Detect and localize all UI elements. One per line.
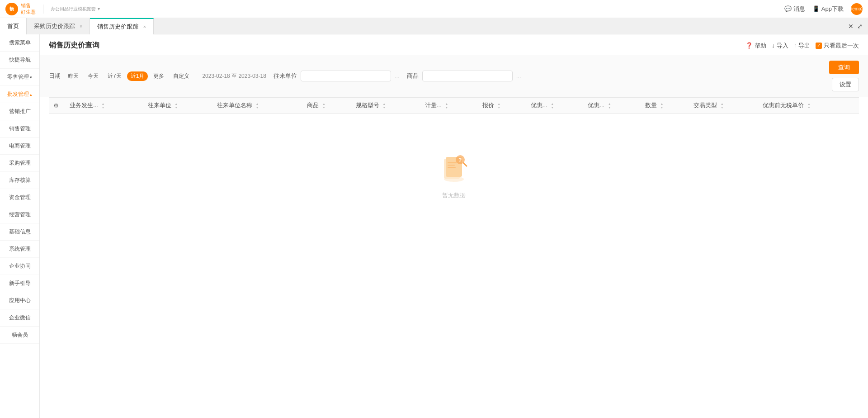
sidebar-item-retail[interactable]: 零售管理 ▾	[0, 69, 39, 86]
user-area[interactable]: demo2	[851, 3, 863, 15]
sidebar-item-member[interactable]: 畅会员	[0, 327, 39, 344]
date-btn-more[interactable]: 更多	[150, 71, 168, 81]
tab-close-all-icon[interactable]: ✕	[848, 23, 854, 30]
sidebar-item-sales-mgmt[interactable]: 销售管理	[0, 120, 39, 138]
col-partner-code[interactable]: 往来单位 ▲▼	[143, 98, 212, 114]
gear-icon[interactable]: ⚙	[53, 102, 59, 109]
only-last-label: 只看最后一次	[824, 42, 859, 50]
tab-purchase-close[interactable]: ×	[80, 24, 82, 29]
top-bar-left: 畅 销售 好生意 办公用品行业模拟账套 ▾	[5, 3, 100, 15]
date-btn-7days[interactable]: 近7天	[104, 71, 125, 81]
svg-rect-5	[448, 167, 456, 168]
help-btn[interactable]: ❓ 帮助	[745, 42, 766, 50]
app-download-label: App下载	[821, 5, 844, 13]
import-btn[interactable]: ↓ 导入	[772, 42, 788, 50]
col-qty[interactable]: 数量 ▲▼	[641, 98, 689, 114]
workspace-label: 办公用品行业模拟账套	[51, 6, 96, 12]
date-btn-1month[interactable]: 近1月	[127, 71, 148, 81]
sidebar-item-ecommerce[interactable]: 电商管理	[0, 138, 39, 155]
page-title: 销售历史价查询	[49, 41, 99, 50]
sidebar-item-operations[interactable]: 经营管理	[0, 206, 39, 223]
sidebar-item-inventory[interactable]: 库存核算	[0, 172, 39, 189]
col-gear[interactable]: ⚙	[49, 98, 65, 114]
svg-rect-4	[448, 165, 455, 166]
svg-line-8	[463, 163, 467, 166]
import-label: 导入	[777, 42, 788, 50]
sort-discount2: ▲▼	[608, 102, 611, 109]
tab-home[interactable]: 首页	[0, 18, 27, 34]
date-btn-today[interactable]: 今天	[84, 71, 102, 81]
message-label: 消息	[793, 5, 805, 13]
sort-discount1: ▲▼	[551, 102, 554, 109]
goods-dots[interactable]: ...	[516, 73, 521, 80]
checkbox-box	[816, 43, 822, 49]
app-download-btn[interactable]: 📱 App下载	[812, 5, 844, 13]
svg-rect-3	[448, 162, 457, 163]
tab-sales-label: 销售历史价跟踪	[97, 23, 138, 31]
sidebar-item-purchase[interactable]: 采购管理	[0, 155, 39, 172]
col-partner-name[interactable]: 往来单位名称 ▲▼	[212, 98, 302, 114]
empty-icon: ?	[436, 150, 472, 186]
partner-input[interactable]	[301, 71, 391, 81]
message-icon: 💬	[784, 5, 792, 12]
sidebar-item-marketing[interactable]: 营销推广	[0, 103, 39, 120]
help-label: 帮助	[755, 42, 766, 50]
sort-pretax-price: ▲▼	[807, 102, 811, 109]
settings-button[interactable]: 设置	[832, 78, 859, 91]
col-spec[interactable]: 规格型号 ▲▼	[351, 98, 420, 114]
export-btn[interactable]: ↑ 导出	[794, 42, 811, 50]
sidebar-item-finance[interactable]: 资金管理	[0, 189, 39, 206]
date-btn-yesterday[interactable]: 昨天	[64, 71, 82, 81]
sort-spec: ▲▼	[382, 102, 386, 109]
tab-fullscreen-icon[interactable]: ⤢	[857, 23, 863, 30]
sidebar-item-apps[interactable]: 应用中心	[0, 292, 39, 309]
empty-state: ? 暂无数据	[49, 114, 859, 236]
col-price[interactable]: 报价 ▲▼	[478, 98, 526, 114]
table-area: ⚙ 业务发生... ▲▼ 往来单位 ▲▼ 往来单位名称 ▲▼	[40, 97, 868, 236]
table-header: ⚙ 业务发生... ▲▼ 往来单位 ▲▼ 往来单位名称 ▲▼	[49, 98, 859, 114]
sort-price: ▲▼	[497, 102, 500, 109]
sidebar-item-guide[interactable]: 新手引导	[0, 275, 39, 292]
data-table: ⚙ 业务发生... ▲▼ 往来单位 ▲▼ 往来单位名称 ▲▼	[49, 97, 859, 114]
empty-text: 暂无数据	[442, 191, 466, 200]
tab-purchase-history[interactable]: 采购历史价跟踪 ×	[27, 18, 90, 34]
logo-area: 畅 销售 好生意	[5, 3, 36, 15]
sort-biz-date: ▲▼	[101, 102, 104, 109]
sidebar-item-enterprise[interactable]: 企业协同	[0, 258, 39, 275]
tab-bar: 首页 采购历史价跟踪 × 销售历史价跟踪 × ✕ ⤢	[0, 18, 868, 34]
tab-sales-close[interactable]: ×	[143, 24, 146, 29]
import-icon: ↓	[772, 42, 775, 49]
workspace-arrow: ▾	[98, 6, 100, 11]
sidebar-item-system[interactable]: 系统管理	[0, 241, 39, 258]
col-unit[interactable]: 计量... ▲▼	[420, 98, 478, 114]
col-discount2[interactable]: 优惠... ▲▼	[583, 98, 641, 114]
query-button[interactable]: 查询	[829, 61, 859, 74]
sidebar-item-wholesale[interactable]: 批发管理 ▴	[0, 86, 39, 103]
col-pretax-price[interactable]: 优惠前无税单价 ▲▼	[758, 98, 859, 114]
workspace-selector[interactable]: 办公用品行业模拟账套 ▾	[51, 6, 100, 12]
sidebar-item-shortcut[interactable]: 快捷导航	[0, 52, 39, 69]
svg-text:?: ?	[458, 157, 462, 163]
filter-right-actions: 查询 设置	[829, 61, 859, 91]
wholesale-arrow-icon: ▴	[30, 92, 32, 97]
filter-row: 日期 昨天 今天 近7天 近1月 更多 自定义 2023-02-18 至 202…	[49, 61, 859, 91]
date-label: 日期	[49, 72, 61, 80]
tab-sales-history[interactable]: 销售历史价跟踪 ×	[90, 18, 153, 34]
message-btn[interactable]: 💬 消息	[784, 5, 805, 13]
col-biz-date[interactable]: 业务发生... ▲▼	[65, 98, 143, 114]
only-last-checkbox[interactable]: 只看最后一次	[816, 42, 859, 50]
partner-filter-group: 往来单位 ...	[274, 71, 400, 81]
sidebar-item-basic-info[interactable]: 基础信息	[0, 223, 39, 241]
top-bar-right: 💬 消息 📱 App下载 demo2	[784, 3, 863, 15]
date-buttons: 昨天 今天 近7天 近1月 更多 自定义	[64, 71, 193, 81]
partner-dots[interactable]: ...	[395, 73, 400, 80]
goods-input[interactable]	[422, 71, 513, 81]
partner-label: 往来单位	[274, 72, 297, 80]
col-discount1[interactable]: 优惠... ▲▼	[526, 98, 584, 114]
date-btn-custom[interactable]: 自定义	[170, 71, 193, 81]
sidebar-item-wechat[interactable]: 企业微信	[0, 309, 39, 327]
col-goods[interactable]: 商品 ▲▼	[302, 98, 351, 114]
col-trade-type[interactable]: 交易类型 ▲▼	[689, 98, 758, 114]
sidebar-item-search[interactable]: 搜索菜单	[0, 34, 39, 52]
help-icon: ❓	[745, 42, 753, 49]
